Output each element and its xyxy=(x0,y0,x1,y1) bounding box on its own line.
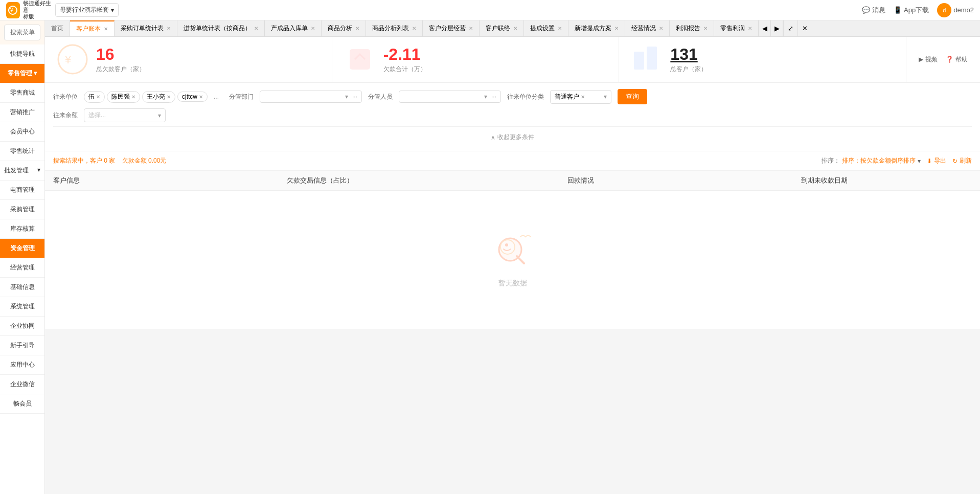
tab-customer-segment[interactable]: 客户分层经营 ✕ xyxy=(423,20,480,37)
tab-label: 新增提成方案 xyxy=(575,24,611,33)
close-icon-normal[interactable]: ✕ xyxy=(581,94,585,100)
filter-tag-cjttcw[interactable]: cjttcw ✕ xyxy=(177,92,208,102)
person-arrow: ▾ xyxy=(484,93,487,100)
unit-category-label: 往来单位分类 xyxy=(507,93,544,101)
tab-close-all-btn[interactable]: ✕ xyxy=(797,20,812,37)
tab-next-btn[interactable]: ▶ xyxy=(771,20,783,37)
sidebar-item-system[interactable]: 系统管理 xyxy=(0,297,44,317)
tab-customer-contact[interactable]: 客户联络 ✕ xyxy=(480,20,524,37)
query-btn[interactable]: 查询 xyxy=(618,89,647,104)
tab-retail-profit[interactable]: 零售利润 ✕ xyxy=(714,20,759,37)
sidebar-item-enterprise[interactable]: 企业协同 xyxy=(0,317,44,336)
more-tags-btn[interactable]: ... xyxy=(210,91,223,102)
sidebar-item-basic-info[interactable]: 基础信息 xyxy=(0,278,44,297)
tab-close-ops[interactable]: ✕ xyxy=(659,26,663,31)
sidebar-item-quick-nav[interactable]: 快捷导航 xyxy=(0,44,44,64)
tab-product-analysis[interactable]: 商品分析 ✕ xyxy=(322,20,366,37)
close-icon-chen[interactable]: ✕ xyxy=(131,94,135,100)
svg-rect-4 xyxy=(350,49,370,70)
sidebar-item-member[interactable]: 畅会员 xyxy=(0,394,44,414)
tab-purchase-order-stats[interactable]: 采购订单统计表 ✕ xyxy=(115,20,177,37)
close-icon-wang[interactable]: ✕ xyxy=(167,94,171,100)
tab-close-raise[interactable]: ✕ xyxy=(558,26,562,31)
sidebar-item-purchase[interactable]: 采购管理 xyxy=(0,200,44,219)
tab-raise-settings[interactable]: 提成设置 ✕ xyxy=(524,20,568,37)
tag-label: 王小亮 xyxy=(147,93,165,101)
tab-close-contact[interactable]: ✕ xyxy=(513,26,517,31)
sidebar-item-retail-mgmt[interactable]: 零售管理 ▾ xyxy=(0,64,44,83)
sidebar-item-marketing[interactable]: 营销推广 xyxy=(0,103,44,122)
svg-text:¥: ¥ xyxy=(10,8,13,13)
search-menu-btn[interactable]: 搜索菜单 xyxy=(4,25,40,40)
account-selector[interactable]: 母婴行业演示帐套 ▾ xyxy=(55,3,119,17)
close-icon-cjttcw[interactable]: ✕ xyxy=(199,94,203,100)
tab-product-analysis-list[interactable]: 商品分析列表 ✕ xyxy=(366,20,423,37)
category-select[interactable]: 普通客户 ✕ ▾ xyxy=(550,90,611,104)
sidebar-item-inventory[interactable]: 库存核算 xyxy=(0,219,44,239)
tab-close-profit[interactable]: ✕ xyxy=(703,26,708,31)
filter-tag-chen[interactable]: 陈民强 ✕ xyxy=(107,91,140,103)
sort-select[interactable]: 排序： 排序：按欠款金额倒序排序 ▾ xyxy=(822,156,921,165)
tab-expand-btn[interactable]: ⤢ xyxy=(783,20,797,37)
tab-new-raise[interactable]: 新增提成方案 ✕ xyxy=(568,20,625,37)
message-btn[interactable]: 💬 消息 xyxy=(862,6,885,15)
tab-close-retail-profit[interactable]: ✕ xyxy=(748,26,752,31)
export-btn[interactable]: ⬇ 导出 xyxy=(927,156,946,165)
stat-values-customers2: 131 总客户（家） xyxy=(670,45,707,74)
sidebar-item-wechat[interactable]: 企业微信 xyxy=(0,375,44,394)
logo-icon: ¥ xyxy=(6,2,20,18)
user-name: demo2 xyxy=(953,6,974,14)
tab-home[interactable]: 首页 xyxy=(45,20,70,37)
tab-close-analysis[interactable]: ✕ xyxy=(355,26,359,31)
collapse-btn[interactable]: ∧ 收起更多条件 xyxy=(53,130,972,145)
person-more[interactable]: ··· xyxy=(491,93,496,100)
filter-tag-wang[interactable]: 王小亮 ✕ xyxy=(142,91,175,103)
filter-tag-wu[interactable]: 伍 ✕ xyxy=(84,91,105,103)
batch-arrow: ▾ xyxy=(37,166,40,175)
video-btn[interactable]: ▶ 视频 xyxy=(919,55,938,64)
tab-close-analysis-list[interactable]: ✕ xyxy=(412,26,416,31)
sidebar-item-operations[interactable]: 经营管理 xyxy=(0,258,44,278)
person-select[interactable]: ▾ ··· xyxy=(399,91,501,103)
top-bar: ¥ 畅捷通好生意 标版 母婴行业演示帐套 ▾ 💬 消息 📱 App下载 d de… xyxy=(0,0,980,20)
tab-close-new-raise[interactable]: ✕ xyxy=(614,26,619,31)
balance-select[interactable]: 选择... ▾ xyxy=(84,108,166,122)
tab-close-segment[interactable]: ✕ xyxy=(469,26,473,31)
tab-close-purchase[interactable]: ✕ xyxy=(167,26,171,31)
stat-debt-total: -2.11 欠款合计（万） xyxy=(332,37,620,83)
tab-label: 提成设置 xyxy=(530,24,555,33)
tab-close-product[interactable]: ✕ xyxy=(311,26,315,31)
help-btn[interactable]: ❓ 帮助 xyxy=(946,55,968,64)
sidebar-item-finance[interactable]: 资金管理 xyxy=(0,239,44,258)
tab-prev-btn[interactable]: ◀ xyxy=(759,20,771,37)
tab-incoming-stats[interactable]: 进货单统计表（按商品） ✕ xyxy=(177,20,265,37)
tab-product-incoming[interactable]: 产成品入库单 ✕ xyxy=(265,20,322,37)
tab-close-incoming[interactable]: ✕ xyxy=(254,26,258,31)
tab-close-customer-balance[interactable]: ✕ xyxy=(104,26,108,32)
sidebar-item-retail-mall[interactable]: 零售商城 xyxy=(0,83,44,103)
category-tag-normal[interactable]: 普通客户 ✕ xyxy=(555,93,585,101)
col-header-debt: 欠款交易信息（占比） xyxy=(279,171,559,191)
help-label: 帮助 xyxy=(955,55,968,64)
refresh-btn[interactable]: ↻ 刷新 xyxy=(952,156,972,165)
tab-profit-report[interactable]: 利润报告 ✕ xyxy=(670,20,714,37)
debt-value: 0.00元 xyxy=(148,157,166,164)
tab-label: 商品分析 xyxy=(328,24,352,33)
app-download-btn[interactable]: 📱 App下载 xyxy=(894,6,929,15)
sidebar-item-ecommerce[interactable]: 电商管理 xyxy=(0,181,44,200)
user-area[interactable]: d demo2 xyxy=(937,3,974,17)
svg-line-9 xyxy=(517,256,524,263)
balance-placeholder: 选择... xyxy=(88,111,106,120)
dept-select[interactable]: ▾ ··· xyxy=(260,91,362,103)
tab-customer-balance[interactable]: 客户账本 ✕ xyxy=(70,20,115,37)
tab-operations-status[interactable]: 经营情况 ✕ xyxy=(625,20,670,37)
sidebar-item-member-center[interactable]: 会员中心 xyxy=(0,122,44,142)
sidebar-item-batch-mgmt[interactable]: 批发管理▾ xyxy=(0,161,44,181)
sidebar-item-retail-stats[interactable]: 零售统计 xyxy=(0,142,44,161)
sidebar-item-guide[interactable]: 新手引导 xyxy=(0,336,44,355)
dept-more[interactable]: ··· xyxy=(352,93,357,100)
close-icon-wu[interactable]: ✕ xyxy=(96,94,100,100)
empty-text: 暂无数据 xyxy=(498,279,527,288)
col-header-payment: 回款情况 xyxy=(559,171,793,191)
sidebar-item-app-center[interactable]: 应用中心 xyxy=(0,355,44,375)
